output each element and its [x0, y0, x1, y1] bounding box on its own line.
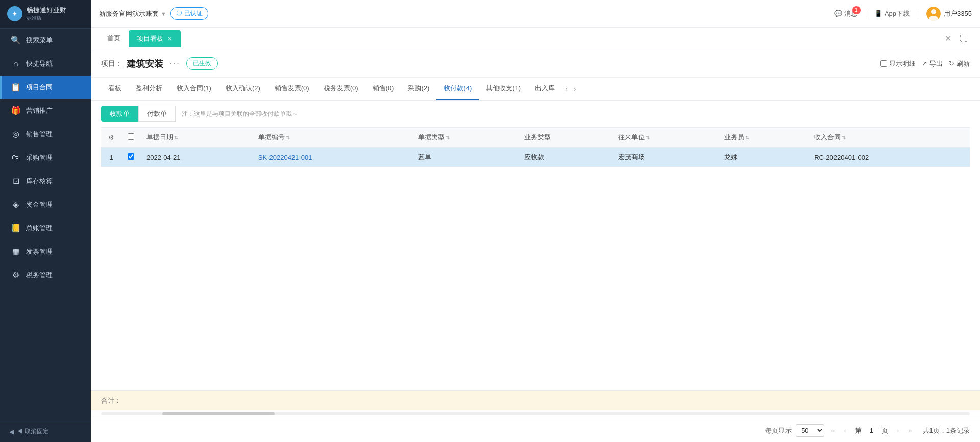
- col-number[interactable]: 单据编号⇅: [252, 128, 412, 148]
- first-page-btn[interactable]: «: [828, 426, 837, 435]
- refresh-btn[interactable]: ↻ 刷新: [949, 59, 970, 68]
- badge-text: 已认证: [184, 9, 203, 18]
- col-date[interactable]: 单据日期⇅: [140, 128, 252, 148]
- logo-sub: 标准版: [27, 15, 66, 22]
- project-status-badge: 已生效: [186, 57, 218, 70]
- sidebar-item-sales[interactable]: ◎ 销售管理: [0, 122, 91, 146]
- app-label: App下载: [885, 9, 910, 18]
- sidebar-item-invoice[interactable]: ▦ 发票管理: [0, 240, 91, 263]
- prev-page-btn[interactable]: ‹: [841, 426, 848, 435]
- window-maximize-btn[interactable]: ⛶: [955, 34, 972, 43]
- account-name: 新服务官网演示账套: [99, 9, 159, 18]
- export-btn[interactable]: ↗ 导出: [922, 59, 943, 68]
- select-all-checkbox[interactable]: [128, 133, 134, 140]
- col-biz-type: 业务类型: [518, 128, 612, 148]
- shield-icon: 🛡: [176, 10, 182, 17]
- inner-tab-note: 注：这里是与项目关联的全部收付款单哦～: [182, 110, 298, 118]
- sidebar-item-inventory[interactable]: ⊡ 库存核算: [0, 169, 91, 193]
- col-contract[interactable]: 收入合同⇅: [808, 128, 970, 148]
- subtab-tax-invoice[interactable]: 税务发票(0): [316, 78, 365, 100]
- row-number-link[interactable]: SK-20220421-001: [258, 154, 312, 161]
- table-wrap: ⚙ 单据日期⇅ 单据编号⇅ 单据类型⇅ 业务类型: [91, 127, 980, 390]
- table-row[interactable]: 1 2022-04-21 SK-20220421-001 蓝单 应收款 宏茂商场…: [101, 148, 970, 167]
- sidebar-item-quick[interactable]: ⌂ 快捷导航: [0, 52, 91, 76]
- last-page-btn[interactable]: »: [905, 426, 914, 435]
- sidebar-item-purchase[interactable]: 🛍 采购管理: [0, 146, 91, 169]
- phone-icon: 📱: [874, 10, 883, 17]
- col-check[interactable]: [121, 128, 140, 148]
- scrollbar-track: [101, 412, 970, 415]
- sidebar-label-inventory: 库存核算: [26, 177, 53, 186]
- sidebar-label-marketing: 营销推广: [26, 106, 53, 115]
- show-detail-input[interactable]: [880, 60, 887, 67]
- receipt-table: ⚙ 单据日期⇅ 单据编号⇅ 单据类型⇅ 业务类型: [101, 127, 970, 167]
- divider-2: [918, 9, 918, 19]
- sidebar-item-tax[interactable]: ⚙ 税务管理: [0, 263, 91, 287]
- next-page-btn[interactable]: ›: [894, 426, 901, 435]
- per-page-select[interactable]: 50 100 200: [796, 424, 824, 437]
- row-check-cell[interactable]: [121, 148, 140, 167]
- sidebar-icon-ledger: 📒: [11, 223, 21, 233]
- horizontal-scrollbar[interactable]: [91, 410, 980, 419]
- project-prefix: 项目：: [101, 59, 122, 68]
- subtabs-next-arrow[interactable]: ›: [571, 85, 579, 93]
- project-title: 项目： 建筑安装: [101, 58, 163, 70]
- sidebar-label-invoice: 发票管理: [26, 247, 53, 256]
- account-selector[interactable]: 新服务官网演示账套 ▼: [99, 9, 166, 18]
- sidebar-item-marketing[interactable]: 🎁 营销推广: [0, 99, 91, 122]
- window-close-btn[interactable]: ✕: [941, 34, 955, 43]
- user-menu[interactable]: 用户3355: [926, 7, 972, 21]
- subtab-receipt[interactable]: 收付款(4): [436, 78, 479, 100]
- row-biz-type: 应收款: [518, 148, 612, 167]
- sidebar-icon-inventory: ⊡: [11, 176, 21, 186]
- tab-project-board[interactable]: 项目看板 ✕: [129, 30, 181, 47]
- subtab-income-confirm[interactable]: 收入确认(2): [218, 78, 267, 100]
- sidebar-label-tax: 税务管理: [26, 271, 53, 280]
- subtabs-prev-arrow[interactable]: ‹: [562, 85, 571, 93]
- sidebar-icon-search: 🔍: [11, 35, 21, 45]
- col-settings[interactable]: ⚙: [101, 128, 121, 148]
- row-number[interactable]: SK-20220421-001: [252, 148, 412, 167]
- subtab-income-contract[interactable]: 收入合同(1): [169, 78, 218, 100]
- inner-tab-receipt[interactable]: 收款单: [101, 106, 138, 122]
- svg-point-1: [931, 9, 936, 14]
- unpin-label: ◀ 取消固定: [17, 427, 49, 436]
- project-more-btn[interactable]: ···: [169, 58, 180, 69]
- sidebar-unpin[interactable]: ◀ ◀ 取消固定: [0, 421, 91, 442]
- col-salesman[interactable]: 业务员⇅: [718, 128, 808, 148]
- subtab-other-expense[interactable]: 其他收支(1): [479, 78, 528, 100]
- sidebar-item-finance[interactable]: ◈ 资金管理: [0, 193, 91, 216]
- app-download-btn[interactable]: 📱 App下载: [874, 9, 910, 18]
- show-detail-checkbox[interactable]: 显示明细: [880, 59, 916, 68]
- subtab-profit[interactable]: 盈利分析: [129, 78, 169, 100]
- sidebar-icon-tax: ⚙: [11, 270, 21, 280]
- subtab-inout[interactable]: 出入库: [528, 78, 562, 100]
- inner-tab-receipt-label: 收款单: [110, 110, 130, 117]
- sidebar-icon-sales: ◎: [11, 129, 21, 139]
- sidebar-nav: 🔍 搜索菜单 ⌂ 快捷导航 📋 项目合同 🎁 营销推广 ◎ 销售管理 🛍 采购管…: [0, 29, 91, 421]
- per-page-label: 每页显示: [765, 426, 792, 435]
- row-type: 蓝单: [412, 148, 518, 167]
- col-partner[interactable]: 往来单位⇅: [612, 128, 718, 148]
- inner-tab-payment[interactable]: 付款单: [138, 106, 176, 122]
- sidebar-item-ledger[interactable]: 📒 总账管理: [0, 216, 91, 240]
- sidebar-item-search[interactable]: 🔍 搜索菜单: [0, 29, 91, 52]
- subtab-sales-invoice[interactable]: 销售发票(0): [267, 78, 316, 100]
- subtab-sales[interactable]: 销售(0): [365, 78, 401, 100]
- page-suffix: 页: [879, 426, 890, 435]
- tab-home[interactable]: 首页: [99, 29, 129, 49]
- message-btn[interactable]: 💬 消息 1: [834, 9, 857, 18]
- sort-partner-icon: ⇅: [646, 135, 650, 140]
- sidebar-icon-contract: 📋: [11, 82, 21, 92]
- table-body: 1 2022-04-21 SK-20220421-001 蓝单 应收款 宏茂商场…: [101, 148, 970, 167]
- show-detail-label: 显示明细: [889, 59, 916, 68]
- sort-salesman-icon: ⇅: [745, 135, 749, 140]
- scrollbar-thumb[interactable]: [162, 412, 275, 415]
- row-contract: RC-20220401-002: [808, 148, 970, 167]
- tab-close-icon[interactable]: ✕: [167, 35, 173, 42]
- row-checkbox[interactable]: [128, 153, 134, 160]
- col-type[interactable]: 单据类型⇅: [412, 128, 518, 148]
- subtab-board[interactable]: 看板: [101, 78, 129, 100]
- sidebar-item-contract[interactable]: 📋 项目合同: [0, 76, 91, 99]
- subtab-purchase[interactable]: 采购(2): [401, 78, 436, 100]
